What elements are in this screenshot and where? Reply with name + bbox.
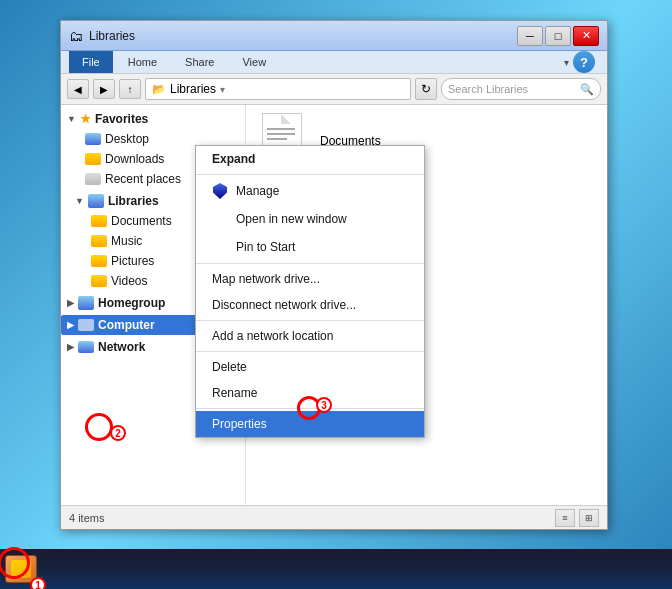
up-button[interactable]: ↑ [119, 79, 141, 99]
network-icon [78, 341, 94, 353]
desktop-label: Desktop [105, 132, 149, 146]
close-button[interactable]: ✕ [573, 26, 599, 46]
refresh-button[interactable]: ↻ [415, 78, 437, 100]
documents-icon [91, 215, 107, 227]
homegroup-icon [78, 296, 94, 310]
window-title: Libraries [89, 29, 517, 43]
search-placeholder: Search Libraries [448, 83, 580, 95]
ctx-sep-4 [196, 351, 424, 352]
open-window-icon [212, 211, 228, 227]
folder-inner [11, 560, 31, 578]
homegroup-label: Homegroup [98, 296, 165, 310]
context-menu: Expand Manage Open in new window Pin to … [195, 145, 425, 438]
favorites-chevron: ▼ [67, 114, 76, 124]
network-label: Network [98, 340, 145, 354]
downloads-icon [85, 153, 101, 165]
computer-icon [78, 319, 94, 331]
homegroup-chevron: ▶ [67, 298, 74, 308]
ctx-sep-1 [196, 174, 424, 175]
address-bar: ◀ ▶ ↑ 📂 Libraries ▾ ↻ Search Libraries 🔍 [61, 74, 607, 105]
ctx-map-network[interactable]: Map network drive... [196, 266, 424, 292]
list-view-button[interactable]: ≡ [555, 509, 575, 527]
search-icon: 🔍 [580, 83, 594, 96]
ctx-add-network[interactable]: Add a network location [196, 323, 424, 349]
annotation-badge-3: 3 [316, 397, 332, 413]
ctx-expand[interactable]: Expand [196, 146, 424, 172]
libraries-label: Libraries [108, 194, 159, 208]
videos-label: Videos [111, 274, 147, 288]
music-label: Music [111, 234, 142, 248]
address-text: Libraries [170, 82, 216, 96]
minimize-button[interactable]: ─ [517, 26, 543, 46]
recent-label: Recent places [105, 172, 181, 186]
computer-chevron: ▶ [67, 320, 74, 330]
forward-button[interactable]: ▶ [93, 79, 115, 99]
favorites-label: Favorites [95, 112, 148, 126]
ctx-sep-2 [196, 263, 424, 264]
tab-file[interactable]: File [69, 51, 113, 73]
ctx-disconnect-network[interactable]: Disconnect network drive... [196, 292, 424, 318]
pin-icon [212, 239, 228, 255]
network-chevron: ▶ [67, 342, 74, 352]
manage-shield-icon [212, 183, 228, 199]
address-dropdown-icon: ▾ [220, 84, 225, 95]
titlebar-buttons: ─ □ ✕ [517, 26, 599, 46]
videos-icon [91, 275, 107, 287]
tab-home[interactable]: Home [115, 51, 170, 73]
taskbar-explorer-icon[interactable]: 1 [2, 551, 40, 587]
favorites-header[interactable]: ▼ ★ Favorites [61, 109, 245, 129]
computer-label: Computer [98, 318, 155, 332]
items-count: 4 items [69, 512, 104, 524]
recent-icon [85, 173, 101, 185]
ribbon-tabs: File Home Share View ▾ ? [61, 51, 607, 73]
ctx-sep-3 [196, 320, 424, 321]
pictures-label: Pictures [111, 254, 154, 268]
favorites-icon: ★ [80, 112, 91, 126]
libraries-chevron: ▼ [75, 196, 84, 206]
grid-view-button[interactable]: ⊞ [579, 509, 599, 527]
view-controls: ≡ ⊞ [555, 509, 599, 527]
ctx-delete[interactable]: Delete [196, 354, 424, 380]
libraries-icon [88, 194, 104, 208]
desktop-icon [85, 133, 101, 145]
ctx-pin-to-start[interactable]: Pin to Start [196, 233, 424, 261]
ctx-rename[interactable]: Rename [196, 380, 424, 406]
annotation-badge-2: 2 [110, 425, 126, 441]
music-icon [91, 235, 107, 247]
help-button[interactable]: ? [573, 51, 595, 73]
taskbar: 1 [0, 549, 672, 589]
ribbon-collapse-button[interactable]: ▾ [564, 57, 569, 68]
tab-view[interactable]: View [229, 51, 279, 73]
annotation-badge-1: 1 [30, 577, 46, 589]
downloads-label: Downloads [105, 152, 164, 166]
ctx-open-new-window[interactable]: Open in new window [196, 205, 424, 233]
ribbon: File Home Share View ▾ ? [61, 51, 607, 74]
window-icon: 🗂 [69, 28, 83, 44]
status-bar: 4 items ≡ ⊞ [61, 505, 607, 529]
maximize-button[interactable]: □ [545, 26, 571, 46]
address-path[interactable]: 📂 Libraries ▾ [145, 78, 411, 100]
search-box[interactable]: Search Libraries 🔍 [441, 78, 601, 100]
ctx-manage[interactable]: Manage [196, 177, 424, 205]
titlebar: 🗂 Libraries ─ □ ✕ [61, 21, 607, 51]
ctx-sep-5 [196, 408, 424, 409]
documents-label: Documents [111, 214, 172, 228]
ctx-properties[interactable]: Properties [196, 411, 424, 437]
pictures-icon [91, 255, 107, 267]
back-button[interactable]: ◀ [67, 79, 89, 99]
tab-share[interactable]: Share [172, 51, 227, 73]
